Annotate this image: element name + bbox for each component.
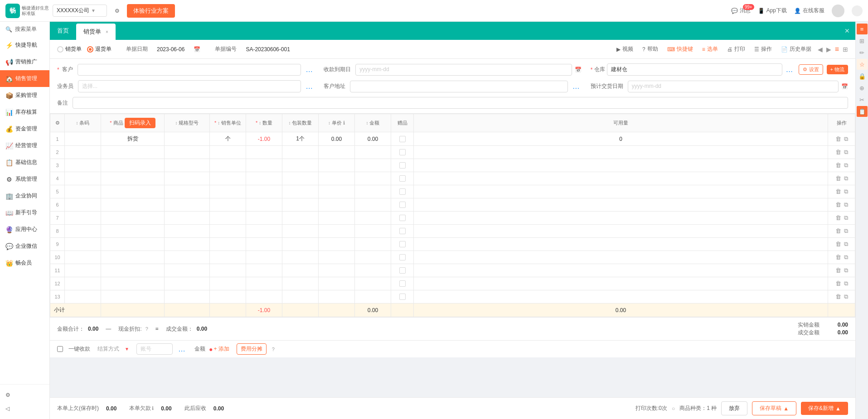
customer-input[interactable] [78, 64, 301, 76]
help-btn[interactable]: ? 帮助 [640, 44, 661, 54]
row-spec-11[interactable] [165, 264, 210, 277]
copy-icon-12[interactable]: ⧉ [844, 280, 848, 287]
notes-input[interactable] [73, 97, 848, 109]
row-unit-13[interactable] [210, 290, 246, 303]
operate-btn[interactable]: ☰ 操作 [752, 44, 775, 54]
sidebar-item-guide[interactable]: 📖 新手引导 [0, 204, 49, 221]
row-spec-3[interactable] [165, 159, 210, 172]
row-product-2[interactable] [101, 146, 165, 159]
row-amount-12[interactable] [355, 277, 391, 290]
row-amount-1[interactable]: 0.00 [355, 132, 391, 146]
row-pkg-qty-10[interactable] [282, 251, 319, 264]
row-gift-9[interactable] [391, 238, 414, 251]
row-price-7[interactable] [319, 212, 355, 225]
row-price-4[interactable] [319, 172, 355, 185]
address-input[interactable] [350, 81, 567, 92]
row-pkg-qty-13[interactable] [282, 290, 319, 303]
settings-btn[interactable]: ⚙ 设置 [799, 64, 823, 75]
row-qty-9[interactable] [246, 238, 282, 251]
row-price-5[interactable] [319, 185, 355, 198]
row-unit-7[interactable] [210, 212, 246, 225]
warehouse-input[interactable]: 建材仓 [607, 63, 782, 76]
tab-close-icon[interactable]: × [106, 29, 108, 34]
col-settings[interactable]: ⚙ [50, 114, 65, 132]
select-btn[interactable]: ≡ 选单 [699, 44, 721, 54]
row-pkg-qty-2[interactable] [282, 146, 319, 159]
message-btn[interactable]: 💬 消息 99+ [731, 7, 751, 14]
row-pkg-qty-8[interactable] [282, 225, 319, 238]
prev-icon[interactable]: ◀ [818, 46, 823, 53]
row-unit-11[interactable] [210, 264, 246, 277]
row-price-13[interactable] [319, 290, 355, 303]
return-radio[interactable]: 退货单 [87, 45, 112, 53]
row-product-6[interactable] [101, 198, 165, 212]
app-download-btn[interactable]: 📱 App下载 [758, 7, 787, 14]
delivery-calendar-icon[interactable]: 📅 [841, 83, 848, 90]
delete-icon-5[interactable]: 🗑 [835, 188, 841, 195]
row-barcode-3[interactable] [65, 159, 101, 172]
row-price-9[interactable] [319, 238, 355, 251]
row-pkg-qty-9[interactable] [282, 238, 319, 251]
fee-info-icon[interactable]: ? [272, 347, 275, 352]
row-amount-5[interactable] [355, 185, 391, 198]
address-ellipsis[interactable]: … [571, 82, 582, 91]
due-date-input[interactable]: yyyy-mm-dd [355, 64, 572, 76]
company-selector[interactable]: XXXXXX公司 ▼ [53, 5, 107, 17]
row-amount-3[interactable] [355, 159, 391, 172]
row-amount-7[interactable] [355, 212, 391, 225]
delete-icon-12[interactable]: 🗑 [835, 280, 841, 287]
sidebar-item-inventory[interactable]: 📊 库存核算 [0, 104, 49, 120]
row-gift-8[interactable] [391, 225, 414, 238]
copy-icon-10[interactable]: ⧉ [844, 254, 848, 261]
row-spec-7[interactable] [165, 212, 210, 225]
sidebar-search-item[interactable]: 🔍 搜索菜单 [0, 22, 49, 37]
settings-icon-btn[interactable]: ⚙ [111, 5, 123, 17]
row-price-10[interactable] [319, 251, 355, 264]
warehouse-ellipsis[interactable]: … [784, 66, 795, 74]
close-window-icon[interactable]: ✕ [844, 27, 850, 34]
row-unit-4[interactable] [210, 172, 246, 185]
copy-icon-5[interactable]: ⧉ [844, 188, 848, 195]
row-product-8[interactable] [101, 225, 165, 238]
row-price-2[interactable] [319, 146, 355, 159]
discard-btn[interactable]: 放弃 [721, 401, 747, 415]
row-spec-10[interactable] [165, 251, 210, 264]
right-panel-btn-8[interactable]: 📋 [857, 106, 868, 117]
sidebar-item-sales[interactable]: 🏠 销售管理 [0, 70, 49, 87]
sidebar-item-enterprise[interactable]: 🏢 企业协同 [0, 188, 49, 204]
sidebar-item-finance[interactable]: 💰 资金管理 [0, 120, 49, 137]
row-gift-3[interactable] [391, 159, 414, 172]
tab-sales-order[interactable]: 销货单 × [76, 24, 116, 40]
row-qty-11[interactable] [246, 264, 282, 277]
copy-icon-7[interactable]: ⧉ [844, 214, 848, 222]
row-pkg-qty-4[interactable] [282, 172, 319, 185]
right-panel-btn-1[interactable]: ≡ [857, 24, 868, 34]
row-gift-10[interactable] [391, 251, 414, 264]
tab-home[interactable]: 首页 [50, 22, 76, 40]
online-service-btn[interactable]: 👤 在线客服 [794, 7, 824, 14]
row-barcode-6[interactable] [65, 198, 101, 212]
row-pkg-qty-6[interactable] [282, 198, 319, 212]
row-qty-5[interactable] [246, 185, 282, 198]
right-panel-btn-6[interactable]: ⊕ [857, 82, 868, 93]
right-panel-btn-5[interactable]: 🔒 [857, 71, 868, 82]
shortcut-btn[interactable]: ⌨ 快捷键 [664, 44, 696, 54]
add-btn[interactable]: ● + 添加 [209, 345, 229, 353]
row-qty-13[interactable] [246, 290, 282, 303]
sidebar-item-quick-nav[interactable]: ⚡ 快捷导航 [0, 37, 49, 53]
row-unit-6[interactable] [210, 198, 246, 212]
delete-icon-6[interactable]: 🗑 [835, 201, 841, 208]
right-panel-btn-3[interactable]: ✏ [857, 47, 868, 58]
row-amount-4[interactable] [355, 172, 391, 185]
row-pkg-qty-7[interactable] [282, 212, 319, 225]
row-spec-13[interactable] [165, 290, 210, 303]
sidebar-item-basic-info[interactable]: 📋 基础信息 [0, 154, 49, 171]
row-barcode-13[interactable] [65, 290, 101, 303]
row-product-13[interactable] [101, 290, 165, 303]
print-btn[interactable]: 🖨 打印 [724, 44, 748, 54]
delete-icon-11[interactable]: 🗑 [835, 267, 841, 274]
row-amount-8[interactable] [355, 225, 391, 238]
row-product-3[interactable] [101, 159, 165, 172]
row-amount-10[interactable] [355, 251, 391, 264]
delete-icon-1[interactable]: 🗑 [835, 135, 841, 143]
